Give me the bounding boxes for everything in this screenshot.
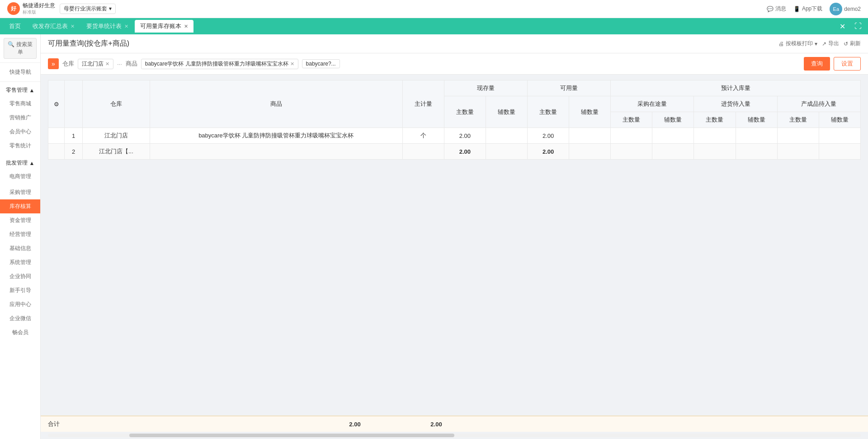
sidebar-item-enterprise[interactable]: 企业协同 [0,269,40,283]
th-product-pending: 产成品待入量 [777,96,860,112]
message-btn[interactable]: 💬 消息 [767,5,786,13]
warehouse-filter-close[interactable]: ✕ [105,61,109,67]
industry-label: 母婴行业演示账套 [64,5,107,13]
warehouse-more[interactable]: ··· [117,61,122,67]
footer-stock-main-value: 2.00 [349,421,360,428]
tab-order-stats-close[interactable]: ✕ [124,24,128,29]
th-goods-aux: 辅数量 [736,112,777,128]
sidebar-search: 🔍 搜索菜单 [0,34,40,63]
setting-button[interactable]: 设置 [834,57,861,71]
content-area: 可用量查询(按仓库+商品) 🖨 按模板打印 ▾ ↗ 导出 ↺ 刷新 » [41,34,868,439]
sidebar-item-member2[interactable]: 畅会员 [0,326,40,340]
sidebar-search-btn[interactable]: 🔍 搜索菜单 [4,38,37,59]
logo-sub: 标准版 [23,9,55,15]
sidebar-item-guide[interactable]: 新手引导 [0,283,40,297]
logo-text-block: 畅捷通好生意 标准版 [23,2,55,15]
filter-expand-btn[interactable]: » [48,58,59,69]
app-download-label: App下载 [802,5,822,13]
sidebar-item-retail-mall[interactable]: 零售商城 [0,97,40,111]
tab-order-stats-label: 要货单统计表 [86,22,122,30]
refresh-label: 刷新 [850,40,861,47]
tab-fullscreen-btn[interactable]: ⛶ [852,21,864,31]
product-filter-value2: babycare?... [306,61,336,67]
tab-home[interactable]: 首页 [4,20,26,33]
td-stock-main-2: 2.00 [444,144,486,160]
th-goods-main: 主数量 [694,112,736,128]
sidebar-item-system[interactable]: 系统管理 [0,255,40,269]
tab-receive-summary-label: 收发存汇总表 [33,22,68,30]
product-filter-tag1[interactable]: babycare学饮杯 儿童防摔防撞吸管杯重力球吸嘴杯宝宝水杯 ✕ [141,59,298,69]
sidebar-item-stock[interactable]: 库存核算 [0,199,40,213]
th-product-aux: 辅数量 [819,112,860,128]
query-button[interactable]: 查询 [804,57,830,71]
tab-receive-summary[interactable]: 收发存汇总表 ✕ [27,20,80,33]
td-settings-2[interactable] [48,144,65,160]
td-product-main-1 [777,128,819,144]
th-stock-aux-qty: 辅数量 [486,96,527,128]
top-bar: 好 畅捷通好生意 标准版 母婴行业演示账套 ▾ 💬 消息 📱 App下载 Ea … [0,0,868,18]
sidebar-item-marketing[interactable]: 营销推广 [0,111,40,125]
sidebar-item-purchase[interactable]: 采购管理 [0,185,40,199]
tab-available-stock-close[interactable]: ✕ [184,24,188,29]
product-filter1-close[interactable]: ✕ [290,61,294,67]
th-settings[interactable]: ⚙ [48,80,65,128]
td-purchase-main-1 [611,128,652,144]
refresh-btn[interactable]: ↺ 刷新 [844,40,861,47]
warehouse-filter-tag[interactable]: 江北门店 ✕ [78,59,113,69]
scroll-track[interactable] [48,434,861,437]
industry-select[interactable]: 母婴行业演示账套 ▾ [60,4,116,14]
main-layout: 🔍 搜索菜单 快捷导航 零售管理 ▲ 零售商城 营销推广 会员中心 零售统计 批… [0,34,868,439]
th-goods-pending: 进货待入量 [694,96,777,112]
sidebar-group-retail-title[interactable]: 零售管理 ▲ [0,84,40,97]
sidebar-item-basic-info[interactable]: 基础信息 [0,241,40,255]
td-purchase-aux-1 [652,128,694,144]
sidebar-item-wechat[interactable]: 企业微信 [0,312,40,326]
chevron-retail-icon: ▲ [29,87,35,94]
tab-bar: 首页 收发存汇总表 ✕ 要货单统计表 ✕ 可用量库存账本 ✕ ✕ ⛶ [0,18,868,34]
td-goods-aux-1 [736,128,777,144]
th-main-unit: 主计量 [402,80,444,128]
app-download-btn[interactable]: 📱 App下载 [793,5,822,13]
export-label: 导出 [828,40,839,47]
table-row: 2 江北门店【... 2.00 2.00 [48,144,861,160]
tab-available-stock[interactable]: 可用量库存账本 ✕ [135,20,193,33]
sidebar-item-ecommerce[interactable]: 电商管理 [0,170,40,184]
sidebar-group-wholesale: 批发管理 ▲ 电商管理 [0,155,40,185]
th-purchase-transit: 采购在途量 [611,96,694,112]
filter-bar: » 仓库 江北门店 ✕ ··· 商品 babycare学饮杯 儿童防摔防撞吸管杯… [41,53,868,75]
td-warehouse-2: 江北门店【... [83,144,150,160]
td-avail-aux-2 [569,144,611,160]
td-goods-main-2 [694,144,736,160]
footer-stock-main: 2.00 [335,421,375,428]
user-profile[interactable]: Ea demo2 [830,3,861,15]
sidebar-item-app-center[interactable]: 应用中心 [0,297,40,312]
sidebar-group-retail: 零售管理 ▲ 零售商城 营销推广 会员中心 零售统计 [0,82,40,155]
sidebar-item-quick-nav[interactable]: 快捷导航 [0,66,40,79]
page-title: 可用量查询(按仓库+商品) [48,39,129,48]
tab-order-stats[interactable]: 要货单统计表 ✕ [81,20,134,33]
td-avail-aux-1 [569,128,611,144]
sidebar-item-member[interactable]: 会员中心 [0,125,40,139]
warehouse-filter-value: 江北门店 [82,60,104,68]
wholesale-label: 批发管理 [6,159,28,167]
print-icon: 🖨 [778,41,784,47]
sidebar-item-retail-stats[interactable]: 零售统计 [0,139,40,153]
td-stock-main-1: 2.00 [444,128,486,144]
td-settings[interactable] [48,128,65,144]
sidebar-group-wholesale-title[interactable]: 批发管理 ▲ [0,156,40,170]
tab-close-all-btn[interactable]: ✕ [837,21,848,32]
sidebar-nav: 快捷导航 [0,63,40,82]
tab-receive-summary-close[interactable]: ✕ [71,24,75,29]
td-stock-aux-2 [486,144,527,160]
chevron-print-icon: ▾ [815,41,817,47]
sidebar-item-operations[interactable]: 经营管理 [0,227,40,241]
sidebar-item-finance[interactable]: 资金管理 [0,213,40,227]
tab-home-label: 首页 [9,22,21,30]
product-filter-tag2[interactable]: babycare?... [302,59,340,68]
template-print-btn[interactable]: 🖨 按模板打印 ▾ [778,40,817,47]
scroll-thumb[interactable] [129,434,454,437]
table-wrapper: ⚙ 仓库 商品 主计量 现存量 可用量 预计入库量 主数量 辅数量 主数量 辅数… [41,75,868,415]
td-purchase-main-2 [611,144,652,160]
th-product: 商品 [150,80,402,128]
export-btn[interactable]: ↗ 导出 [822,40,839,47]
